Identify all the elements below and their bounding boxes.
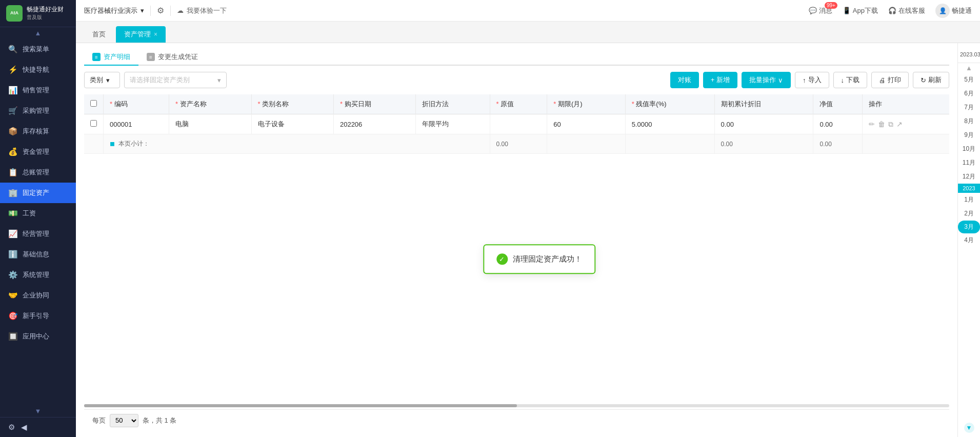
message-button[interactable]: 💬 消息 99+ [809,6,832,15]
sidebar-scroll-down[interactable]: ▼ [0,405,76,417]
sidebar-item-search[interactable]: 🔍 搜索菜单 [0,39,76,59]
sidebar-item-label: 经营管理 [23,229,49,239]
collapse-sidebar-icon[interactable]: ◀ [21,423,27,432]
tab-close-icon[interactable]: × [154,31,157,38]
subtotal-label-cell: ◼ 本页小计： [104,134,490,154]
category-input[interactable]: 请选择固定资产类别 ▾ [124,72,227,88]
download-label: 下载 [846,75,859,85]
month-item-11[interactable]: 11月 [958,156,980,170]
sidebar-item-label: 采购管理 [23,106,49,115]
refresh-button[interactable]: ↻ 刷新 [913,72,949,88]
toast-check-icon: ✓ [496,253,508,265]
sidebar-item-label: 应用中心 [23,332,49,341]
month-item-12[interactable]: 12月 [958,170,980,184]
app-download-label: App下载 [853,6,878,15]
table-row: 000001 电脑 电子设备 202206 年限平均 60 5.0000 0.0… [84,114,949,134]
operations-icon: 📈 [8,229,17,239]
sub-tab-label: 变更生成凭证 [158,52,198,62]
row-checkbox[interactable] [90,120,97,127]
home-tab-label: 首页 [92,30,106,39]
category-input-chevron: ▾ [217,76,221,84]
tab-home[interactable]: 首页 [84,26,114,43]
sub-tab-asset-detail[interactable]: ≡ 资产明细 [84,49,138,66]
copy-icon[interactable]: ⧉ [888,120,893,129]
cell-category: 电子设备 [251,114,333,134]
per-page-select[interactable]: 50 100 200 [110,414,138,427]
col-period: 期限(月) [547,94,625,114]
edit-icon[interactable]: ✏ [869,120,875,129]
sidebar-scroll-up[interactable]: ▲ [0,27,76,39]
sidebar-item-purchase[interactable]: 🛒 采购管理 [0,101,76,121]
new-label: + 新增 [711,75,730,85]
service-button[interactable]: 🎧 在线客服 [888,6,925,15]
sidebar-item-label: 工资 [23,209,36,218]
sidebar-item-quicknav[interactable]: ⚡ 快捷导航 [0,59,76,80]
new-button[interactable]: + 新增 [703,72,737,88]
month-item-1[interactable]: 1月 [958,193,980,207]
import-button[interactable]: ↑ 导入 [795,72,829,88]
col-residual-rate: 残值率(%) [625,94,714,114]
select-all-checkbox[interactable] [90,100,97,107]
panel-collapse-btn[interactable]: ▲ [958,63,980,73]
sidebar-item-inventory[interactable]: 📦 库存核算 [0,121,76,142]
month-item-2[interactable]: 2月 [958,207,980,221]
company-selector[interactable]: 医疗器械行业演示 ▾ [84,6,144,15]
sub-tab-change-voucher[interactable]: ≡ 变更生成凭证 [138,49,206,66]
sidebar-item-finance[interactable]: 💰 资金管理 [0,142,76,162]
app-center-icon: 🔲 [8,332,17,341]
panel-down-icon[interactable]: ▼ [964,423,974,433]
guide-icon: 🎯 [8,311,17,321]
print-button[interactable]: 🖨 打印 [871,72,909,88]
month-item-6[interactable]: 6月 [958,87,980,101]
select-all-cell[interactable] [84,94,104,114]
topbar-right: 💬 消息 99+ 📱 App下载 🎧 在线客服 👤 畅捷通 [809,4,972,18]
sidebar-item-fixed-assets[interactable]: 🏢 固定资产 [0,183,76,203]
row-checkbox-cell[interactable] [84,114,104,134]
cell-accumulated: 0.00 [714,114,813,134]
subtotal-empty [84,134,104,154]
month-item-10[interactable]: 10月 [958,142,980,156]
month-item-5[interactable]: 5月 [958,73,980,87]
sub-tabs: ≡ 资产明细 ≡ 变更生成凭证 [84,49,949,66]
more-icon[interactable]: ↗ [896,120,903,129]
cell-original-value [490,114,547,134]
sidebar-item-app-center[interactable]: 🔲 应用中心 [0,326,76,347]
batch-button[interactable]: 批量操作 ∨ [742,72,791,88]
download-button[interactable]: ↓ 下载 [833,72,868,88]
month-item-9[interactable]: 9月 [958,128,980,142]
subtotal-net-value: 0.00 [813,134,863,154]
settings-icon[interactable]: ⚙ [8,423,15,432]
import-label: 导入 [808,75,822,85]
sidebar-item-label: 总账管理 [23,168,49,177]
sidebar-item-collab[interactable]: 🤝 企业协同 [0,285,76,306]
app-logo: AtA 畅捷通好业财 普及版 [0,0,76,27]
sidebar-item-ledger[interactable]: 📋 总账管理 [0,162,76,183]
delete-icon[interactable]: 🗑 [878,120,885,129]
print-icon: 🖨 [879,76,886,84]
month-item-4[interactable]: 4月 [958,233,980,247]
user-profile[interactable]: 👤 畅捷通 [935,4,972,18]
experience-button[interactable]: ☁ 我要体验一下 [177,6,227,15]
month-item-3-current[interactable]: 3月 [958,221,980,233]
sidebar-item-system[interactable]: ⚙️ 系统管理 [0,265,76,285]
sidebar-item-guide[interactable]: 🎯 新手引导 [0,306,76,326]
sidebar-item-basic-info[interactable]: ℹ️ 基础信息 [0,244,76,265]
sidebar-item-label: 快捷导航 [23,65,49,74]
cell-actions: ✏ 🗑 ⧉ ↗ [862,114,949,134]
horizontal-scrollbar[interactable] [84,402,949,409]
topbar-settings-icon[interactable]: ⚙ [157,6,164,15]
sidebar-item-salary[interactable]: 💵 工资 [0,203,76,224]
cell-purchase-date: 202206 [333,114,415,134]
tab-asset-management[interactable]: 资产管理 × [116,26,166,43]
sidebar-item-operations[interactable]: 📈 经营管理 [0,224,76,244]
table-header-row: 编码 资产名称 类别名称 购买日期 折旧方法 原值 期限(月) 残值率(%) 期… [84,94,949,114]
refresh-icon: ↻ [921,76,926,84]
month-item-8[interactable]: 8月 [958,114,980,128]
sidebar-item-label: 新手引导 [23,311,49,321]
category-filter[interactable]: 类别 ▾ [84,72,120,88]
app-download-button[interactable]: 📱 App下载 [843,6,878,15]
change-voucher-icon: ≡ [147,53,155,61]
month-item-7[interactable]: 7月 [958,101,980,114]
sidebar-item-sales[interactable]: 📊 销售管理 [0,80,76,101]
reconcile-button[interactable]: 对账 [670,72,699,88]
